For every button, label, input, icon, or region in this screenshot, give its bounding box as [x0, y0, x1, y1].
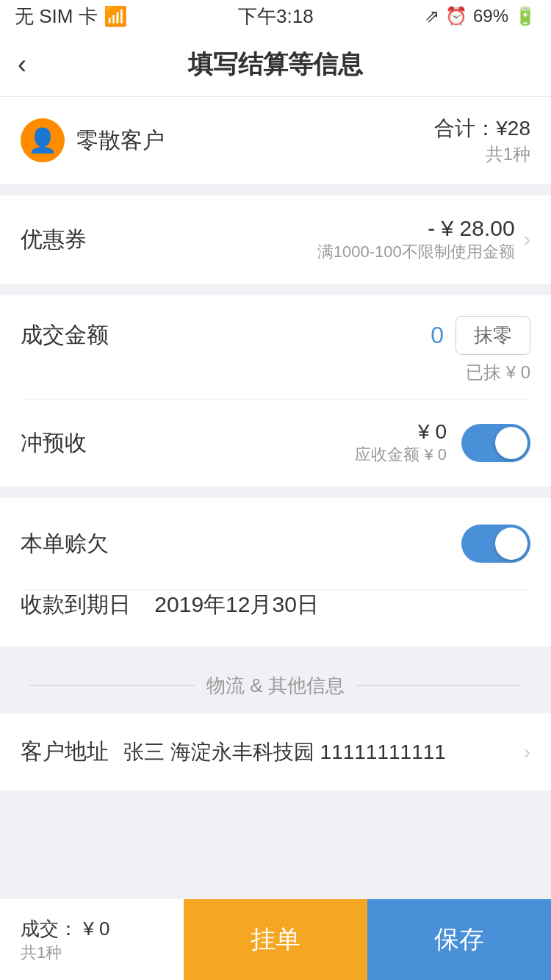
page-title: 填写结算等信息	[188, 48, 363, 82]
wifi-icon: 📶	[104, 5, 127, 28]
precollect-label: 冲预收	[21, 428, 87, 458]
hang-button[interactable]: 挂单	[184, 899, 367, 980]
battery-text: 69%	[473, 6, 508, 26]
back-button[interactable]: ‹	[18, 49, 26, 80]
customer-name: 零散客户	[76, 126, 165, 156]
toggle-knob	[495, 427, 527, 459]
avatar: 👤	[21, 118, 65, 162]
credit-row: 本单赊欠	[0, 498, 551, 589]
precollect-row: 冲预收 ¥ 0 应收金额 ¥ 0	[0, 400, 551, 486]
address-label: 客户地址	[21, 737, 109, 767]
address-value: 张三 海淀永丰科技园 11111111111	[123, 738, 524, 766]
customer-left: 👤 零散客户	[21, 118, 165, 162]
content: 👤 零散客户 合计：¥28 共1种 优惠券 - ¥ 28.00 满1000-10…	[0, 97, 551, 890]
transaction-value[interactable]: 0	[431, 322, 444, 349]
credit-toggle-knob	[495, 527, 527, 560]
transaction-card: 成交金额 0 抹零 已抹 ¥ 0 冲预收 ¥ 0 应收金额 ¥ 0	[0, 295, 551, 486]
battery-icon: 🔋	[514, 6, 536, 26]
status-left: 无 SIM 卡 📶	[15, 4, 127, 29]
status-time: 下午3:18	[238, 4, 314, 29]
precollect-toggle[interactable]	[461, 424, 530, 462]
divider-line-right	[356, 685, 522, 686]
nav-bar: ‹ 填写结算等信息	[0, 32, 551, 97]
bottom-transaction-label: 成交： ¥ 0	[21, 916, 184, 942]
address-row[interactable]: 客户地址 张三 海淀永丰科技园 11111111111 ›	[0, 713, 551, 790]
alarm-icon: ⏰	[445, 6, 467, 26]
coupon-row[interactable]: 优惠券 - ¥ 28.00 满1000-100不限制使用金额 ›	[0, 195, 551, 284]
amount-row: 成交金额 0 抹零	[21, 316, 530, 355]
coupon-discount: - ¥ 28.00	[317, 216, 515, 241]
bottom-count: 共1种	[21, 942, 184, 964]
credit-label: 本单赊欠	[21, 529, 109, 559]
bottom-bar: 成交： ¥ 0 共1种 挂单 保存	[0, 899, 551, 980]
round-button[interactable]: 抹零	[455, 316, 530, 355]
coupon-info: - ¥ 28.00 满1000-100不限制使用金额	[317, 216, 515, 263]
chevron-right-icon: ›	[524, 228, 530, 251]
duedate-row: 收款到期日 2019年12月30日	[0, 590, 551, 646]
total-count: 共1种	[434, 143, 530, 166]
logistics-label: 物流 & 其他信息	[206, 673, 345, 699]
save-button[interactable]: 保存	[367, 899, 551, 980]
coupon-label: 优惠券	[21, 225, 87, 255]
credit-toggle[interactable]	[461, 525, 530, 563]
address-chevron-icon: ›	[524, 741, 530, 764]
logistics-divider: 物流 & 其他信息	[0, 673, 551, 699]
customer-row: 👤 零散客户 合计：¥28 共1种	[0, 97, 551, 184]
divider-line-left	[29, 685, 195, 686]
coupon-card[interactable]: 优惠券 - ¥ 28.00 满1000-100不限制使用金额 ›	[0, 195, 551, 284]
signal-text: 无 SIM 卡	[15, 4, 98, 29]
address-card[interactable]: 客户地址 张三 海淀永丰科技园 11111111111 ›	[0, 713, 551, 790]
amount-right: 0 抹零	[431, 316, 530, 355]
bottom-info: 成交： ¥ 0 共1种	[0, 899, 184, 980]
amount-section: 成交金额 0 抹零 已抹 ¥ 0	[0, 295, 551, 399]
transaction-label: 成交金额	[21, 320, 109, 350]
coupon-desc: 满1000-100不限制使用金额	[317, 241, 515, 263]
precollect-right: ¥ 0 应收金额 ¥ 0	[355, 420, 530, 466]
duedate-value[interactable]: 2019年12月30日	[154, 592, 318, 616]
credit-card: 本单赊欠 收款到期日 2019年12月30日	[0, 498, 551, 646]
precollect-receivable: 应收金额 ¥ 0	[355, 444, 447, 466]
precollect-info: ¥ 0 应收金额 ¥ 0	[355, 420, 447, 466]
total-amount: 合计：¥28	[434, 115, 530, 143]
precollect-amount: ¥ 0	[355, 420, 447, 444]
already-rounded: 已抹 ¥ 0	[21, 355, 530, 399]
logistics-section: 物流 & 其他信息	[0, 658, 551, 713]
avatar-icon: 👤	[28, 126, 57, 154]
customer-card: 👤 零散客户 合计：¥28 共1种	[0, 97, 551, 184]
customer-right: 合计：¥28 共1种	[434, 115, 530, 166]
location-icon: ⇗	[425, 6, 439, 26]
status-right: ⇗ ⏰ 69% 🔋	[425, 6, 536, 26]
status-bar: 无 SIM 卡 📶 下午3:18 ⇗ ⏰ 69% 🔋	[0, 0, 551, 32]
coupon-right: - ¥ 28.00 满1000-100不限制使用金额 ›	[317, 216, 530, 263]
duedate-label: 收款到期日	[21, 592, 131, 616]
